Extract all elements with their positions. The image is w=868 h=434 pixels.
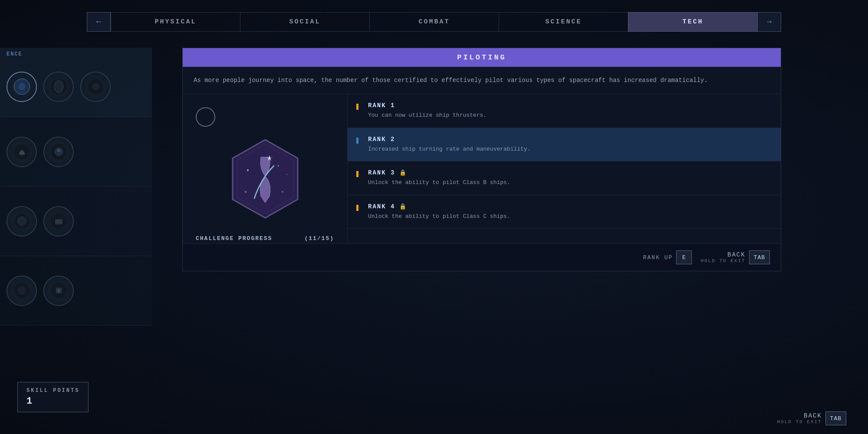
action-bar: RANK UP E BACK HOLD TO EXIT TAB bbox=[183, 243, 781, 271]
sidebar-skill-grid-3 bbox=[7, 206, 74, 237]
sidebar-section-1: ENCE bbox=[0, 48, 152, 117]
rank-4-lock-icon: 🔒 bbox=[399, 203, 407, 210]
svg-point-1 bbox=[18, 83, 25, 90]
bottom-back-key[interactable]: TAB bbox=[825, 411, 846, 425]
rank-4-desc: Unlock the ability to pilot Class C ship… bbox=[368, 212, 510, 221]
rank-4-content: RANK 4 🔒 Unlock the ability to pilot Cla… bbox=[368, 203, 510, 221]
sidebar-skill-7[interactable] bbox=[43, 206, 74, 237]
skill-points-value: 1 bbox=[26, 396, 79, 407]
skill-points-label: SKILL POINTS bbox=[26, 388, 79, 394]
svg-point-15 bbox=[17, 286, 26, 295]
rank-3-content: RANK 3 🔒 Unlock the ability to pilot Cla… bbox=[368, 169, 510, 187]
nav-tab-physical[interactable]: PHYSICAL bbox=[111, 12, 240, 32]
rank-bar-4 bbox=[356, 205, 358, 211]
svg-point-5 bbox=[92, 83, 99, 90]
rank-3-title: RANK 3 🔒 bbox=[368, 169, 510, 176]
rank-2-item[interactable]: RANK 2 Increased ship turning rate and m… bbox=[348, 128, 781, 162]
skill-badge bbox=[222, 135, 309, 222]
rank-up-label: RANK UP bbox=[643, 254, 673, 261]
sidebar-skill-grid-2 bbox=[7, 137, 74, 167]
nav-next-button[interactable]: → bbox=[757, 12, 781, 32]
nav-tab-social[interactable]: SOCIAL bbox=[240, 12, 369, 32]
svg-point-22 bbox=[277, 165, 279, 167]
back-label: BACK bbox=[727, 251, 746, 258]
sidebar-section-3 bbox=[0, 187, 152, 256]
sidebar: ENCE bbox=[0, 48, 152, 434]
nav-prev-button[interactable]: ← bbox=[87, 12, 111, 32]
bottom-back-text: BACK HOLD TO EXIT bbox=[777, 412, 822, 424]
svg-point-21 bbox=[282, 191, 283, 193]
rank-1-content: RANK 1 You can now utilize ship thruster… bbox=[368, 102, 487, 120]
svg-point-3 bbox=[54, 81, 63, 93]
rank-2-title: RANK 2 bbox=[368, 136, 530, 143]
rank-select-circle[interactable] bbox=[196, 107, 215, 127]
svg-point-17 bbox=[57, 289, 60, 293]
nav-tab-science[interactable]: SCIENCE bbox=[499, 12, 628, 32]
rank-2-content: RANK 2 Increased ship turning rate and m… bbox=[368, 136, 530, 154]
rank-4-title: RANK 4 🔒 bbox=[368, 203, 510, 210]
rank-2-icon bbox=[356, 138, 362, 154]
sidebar-skill-1[interactable] bbox=[7, 72, 37, 102]
skill-points-box: SKILL POINTS 1 bbox=[17, 382, 89, 412]
svg-rect-13 bbox=[55, 219, 62, 224]
rank-1-title: RANK 1 bbox=[368, 102, 487, 109]
nav-bar: ← PHYSICALSOCIALCOMBATSCIENCETECH → bbox=[87, 9, 781, 35]
rank-2-desc: Increased ship turning rate and maneuver… bbox=[368, 145, 530, 154]
rank-4-item[interactable]: RANK 4 🔒 Unlock the ability to pilot Cla… bbox=[348, 195, 781, 229]
sidebar-section-4 bbox=[0, 256, 152, 326]
rank-bar-1 bbox=[356, 104, 358, 110]
hold-label: HOLD TO EXIT bbox=[700, 258, 745, 263]
back-key[interactable]: TAB bbox=[749, 250, 770, 264]
back-text: BACK HOLD TO EXIT bbox=[700, 251, 745, 263]
nav-tab-combat[interactable]: COMBAT bbox=[369, 12, 499, 32]
rank-bar-3 bbox=[356, 171, 358, 177]
challenge-progress-text: (11/15) bbox=[304, 235, 334, 242]
rank-bar-2 bbox=[356, 138, 358, 144]
rank-up-group: RANK UP E bbox=[643, 250, 692, 264]
svg-point-24 bbox=[286, 174, 287, 175]
rank-3-item[interactable]: RANK 3 🔒 Unlock the ability to pilot Cla… bbox=[348, 161, 781, 195]
rank-up-key[interactable]: E bbox=[676, 250, 692, 264]
sidebar-skill-2[interactable] bbox=[43, 72, 74, 102]
rank-3-icon bbox=[356, 171, 362, 187]
svg-point-20 bbox=[247, 169, 249, 171]
sidebar-skill-6[interactable] bbox=[7, 206, 37, 237]
nav-tab-tech[interactable]: TECH bbox=[628, 12, 757, 32]
sidebar-skill-8[interactable] bbox=[7, 276, 37, 306]
svg-point-11 bbox=[17, 217, 26, 226]
sidebar-skill-grid-1 bbox=[7, 72, 111, 102]
svg-point-9 bbox=[57, 149, 60, 152]
main-panel: PILOTING As more people journey into spa… bbox=[182, 48, 781, 271]
sidebar-skill-grid-4 bbox=[7, 276, 74, 306]
back-group: BACK HOLD TO EXIT TAB bbox=[700, 250, 770, 264]
bottom-back-label: BACK bbox=[804, 412, 822, 419]
sidebar-skill-3[interactable] bbox=[80, 72, 111, 102]
bottom-hold-label: HOLD TO EXIT bbox=[777, 419, 822, 424]
nav-tabs: PHYSICALSOCIALCOMBATSCIENCETECH bbox=[111, 12, 757, 32]
rank-1-item[interactable]: RANK 1 You can now utilize ship thruster… bbox=[348, 94, 781, 128]
sidebar-skill-9[interactable] bbox=[43, 276, 74, 306]
sidebar-section-1-label: ENCE bbox=[7, 51, 23, 57]
rank-3-lock-icon: 🔒 bbox=[399, 169, 407, 176]
sidebar-skill-4[interactable] bbox=[7, 137, 37, 167]
rank-1-icon bbox=[356, 104, 362, 120]
rank-4-icon bbox=[356, 205, 362, 221]
bottom-right-back: BACK HOLD TO EXIT TAB bbox=[777, 411, 846, 425]
sidebar-skill-5[interactable] bbox=[43, 137, 74, 167]
panel-description: As more people journey into space, the n… bbox=[183, 67, 781, 94]
sidebar-section-2 bbox=[0, 117, 152, 187]
rank-1-desc: You can now utilize ship thrusters. bbox=[368, 111, 487, 120]
svg-point-23 bbox=[245, 191, 247, 193]
rank-3-desc: Unlock the ability to pilot Class B ship… bbox=[368, 178, 510, 187]
panel-title: PILOTING bbox=[183, 48, 781, 67]
challenge-label: CHALLENGE PROGRESS bbox=[196, 235, 272, 242]
challenge-header: CHALLENGE PROGRESS (11/15) bbox=[196, 235, 334, 242]
